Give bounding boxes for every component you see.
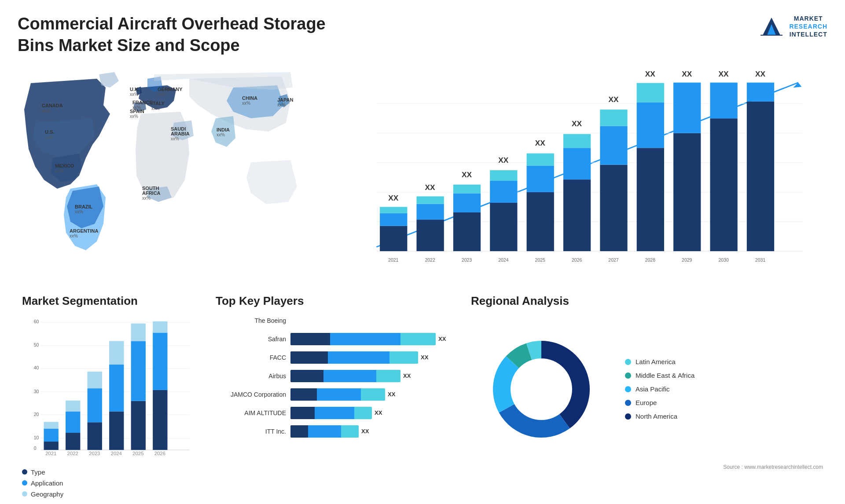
svg-text:XX: XX: [608, 95, 619, 104]
svg-rect-68: [600, 126, 627, 164]
legend-item-mea: Middle East & Africa: [625, 372, 694, 379]
svg-text:xx%: xx%: [130, 92, 138, 97]
svg-rect-121: [131, 401, 146, 449]
players-chart: The Boeing Safran XX: [216, 314, 453, 438]
player-row-boeing: The Boeing: [216, 314, 453, 327]
segmentation-legend: Type Application Geography: [22, 468, 198, 498]
svg-rect-78: [710, 118, 737, 251]
svg-rect-123: [131, 323, 146, 341]
svg-text:2024: 2024: [498, 257, 509, 263]
player-name-itt: ITT Inc.: [216, 428, 286, 435]
svg-text:JAPAN: JAPAN: [277, 97, 294, 102]
player-row-aim: AIM ALTITUDE XX: [216, 407, 453, 419]
svg-text:2025: 2025: [535, 257, 546, 263]
svg-text:FRANCE: FRANCE: [132, 100, 153, 105]
source-text: Source : www.marketresearchintellect.com: [471, 464, 823, 470]
player-bar-itt: XX: [290, 425, 453, 438]
svg-text:XX: XX: [498, 156, 509, 164]
svg-text:2029: 2029: [682, 257, 692, 263]
svg-text:2022: 2022: [67, 451, 78, 456]
svg-text:xx%: xx%: [70, 234, 78, 238]
player-name-aim: AIM ALTITUDE: [216, 409, 286, 416]
svg-text:50: 50: [34, 343, 39, 347]
svg-text:30: 30: [34, 389, 39, 394]
legend-item-latin: Latin America: [625, 358, 694, 365]
svg-rect-56: [490, 181, 517, 203]
logo-text: MARKET RESEARCH INTELLECT: [789, 15, 827, 39]
svg-text:INDIA: INDIA: [217, 127, 230, 132]
svg-text:xx%: xx%: [158, 92, 166, 97]
svg-text:xx%: xx%: [277, 102, 286, 107]
svg-rect-69: [600, 110, 627, 126]
svg-rect-60: [527, 165, 554, 192]
svg-rect-118: [109, 411, 124, 450]
legend-dot-asia: [625, 386, 631, 392]
svg-rect-125: [153, 332, 167, 390]
seg-legend-geography: Geography: [22, 490, 198, 498]
svg-text:20: 20: [34, 412, 39, 417]
svg-point-133: [511, 358, 572, 420]
svg-rect-115: [88, 422, 102, 450]
svg-rect-109: [44, 442, 59, 450]
regional-title: Regional Analysis: [471, 294, 823, 308]
player-name-facc: FACC: [216, 354, 286, 361]
legend-label-asia: Asia Pacific: [636, 385, 670, 393]
seg-dot-application: [22, 480, 27, 486]
legend-label-latin: Latin America: [636, 358, 676, 365]
player-bar-aim: XX: [290, 407, 453, 419]
svg-rect-120: [109, 341, 124, 364]
legend-item-na: North America: [625, 413, 694, 420]
svg-text:XX: XX: [755, 70, 766, 78]
legend-item-europe: Europe: [625, 399, 694, 406]
svg-rect-110: [44, 428, 59, 442]
svg-text:SPAIN: SPAIN: [130, 109, 144, 114]
svg-text:xx%: xx%: [142, 196, 151, 201]
svg-text:XX: XX: [682, 70, 692, 78]
svg-rect-75: [673, 133, 701, 251]
svg-rect-49: [416, 196, 444, 204]
svg-text:2028: 2028: [645, 257, 656, 263]
svg-text:CHINA: CHINA: [242, 95, 257, 101]
svg-text:CANADA: CANADA: [42, 103, 63, 108]
svg-text:2021: 2021: [388, 257, 399, 263]
svg-rect-117: [88, 372, 102, 388]
svg-text:XX: XX: [719, 70, 729, 78]
seg-label-application: Application: [31, 479, 63, 487]
world-map-svg: CANADA xx% U.S. xx% MEXICO xx% BRAZIL xx…: [18, 66, 334, 277]
legend-dot-na: [625, 413, 631, 420]
player-row-facc: FACC XX: [216, 351, 453, 364]
svg-rect-43: [380, 226, 407, 251]
segmentation-container: Market Segmentation 60 50 40 30 20 10 0: [18, 290, 202, 504]
top-section: CANADA xx% U.S. xx% MEXICO xx% BRAZIL xx…: [18, 66, 827, 277]
bar-chart-container: XX XX XX XX XX: [343, 66, 827, 277]
svg-rect-47: [416, 219, 444, 251]
svg-text:xx%: xx%: [130, 114, 138, 119]
svg-text:U.K.: U.K.: [130, 87, 140, 92]
player-bar-facc: XX: [290, 351, 453, 364]
svg-rect-67: [600, 164, 627, 251]
player-bar-jamco: XX: [290, 388, 453, 401]
legend-dot-mea: [625, 373, 631, 379]
svg-text:ITALY: ITALY: [151, 101, 165, 106]
segmentation-title: Market Segmentation: [22, 294, 198, 308]
svg-rect-53: [453, 184, 481, 193]
svg-text:MEXICO: MEXICO: [55, 163, 74, 168]
player-row-itt: ITT Inc. XX: [216, 425, 453, 438]
svg-rect-61: [527, 153, 554, 166]
svg-text:AFRICA: AFRICA: [142, 190, 161, 196]
svg-text:10: 10: [34, 435, 39, 440]
players-container: Top Key Players The Boeing Safran: [211, 290, 458, 504]
svg-text:XX: XX: [462, 170, 472, 179]
svg-text:xx%: xx%: [42, 109, 50, 113]
player-row-jamco: JAMCO Corporation XX: [216, 388, 453, 401]
svg-rect-113: [66, 411, 80, 433]
player-name-airbus: Airbus: [216, 373, 286, 380]
regional-legend: Latin America Middle East & Africa Asia …: [625, 358, 694, 420]
svg-text:XX: XX: [535, 139, 546, 147]
svg-text:xx%: xx%: [75, 209, 83, 214]
svg-text:ARABIA: ARABIA: [171, 131, 190, 136]
svg-rect-51: [453, 212, 481, 251]
svg-rect-57: [490, 170, 517, 181]
segmentation-chart: 60 50 40 30 20 10 0: [22, 314, 198, 464]
player-value-aim: XX: [375, 409, 382, 416]
